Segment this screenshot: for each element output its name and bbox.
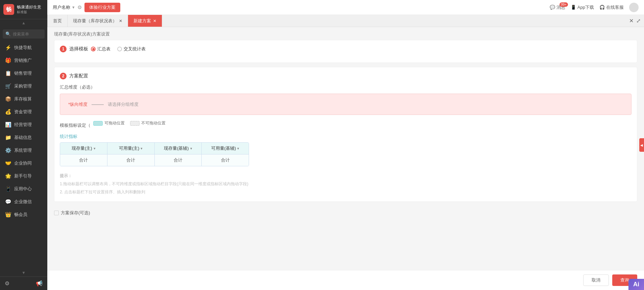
stats-col-3-dropdown-icon[interactable]: ▾: [237, 146, 239, 151]
sidebar-scroll-up[interactable]: ▲: [0, 19, 47, 27]
sidebar-item-marketing[interactable]: 🎁 营销推广: [0, 54, 47, 67]
stats-body-cell-1: 合计: [107, 154, 155, 166]
sidebar-item-purchase[interactable]: 🛒 采购管理: [0, 80, 47, 93]
tab-new-plan-close-icon[interactable]: ✕: [153, 19, 156, 23]
sidebar-item-basic[interactable]: 📁 基础信息: [0, 131, 47, 144]
bottom-save: 方案保存(可选): [47, 206, 644, 220]
online-service-group[interactable]: 🎧 在线客服: [599, 4, 624, 10]
tab-inventory-close-icon[interactable]: ✕: [119, 19, 122, 23]
indicator-legend: 可拖动位置 不可拖动位置: [93, 120, 166, 126]
topbar-user-area: 用户名称 ▾: [53, 4, 75, 10]
legend-non-draggable: 不可拖动位置: [130, 120, 166, 126]
step2-badge: 2: [60, 73, 67, 79]
tab-close-all-btn[interactable]: ✕: [629, 18, 634, 24]
stats-body-cell-0: 合计: [60, 154, 107, 166]
sidebar-item-label: 经营管理: [14, 122, 32, 128]
tab-expand-btn[interactable]: ⤢: [636, 18, 641, 24]
marketing-icon: 🎁: [5, 57, 11, 64]
search-input[interactable]: [13, 32, 42, 37]
finance-icon: 💰: [5, 109, 11, 115]
app-logo: 畅: [3, 4, 14, 15]
app-center-icon: 📱: [5, 186, 11, 192]
settings-gear-icon[interactable]: ⚙: [77, 4, 82, 10]
step1-section: 1 选择模板 汇总表 交叉统计表: [54, 40, 637, 63]
right-scroll-handle[interactable]: ◀: [639, 138, 644, 152]
tips-item-0: 1.拖动标题栏可以调整布局，不可跨维度或指标区域拖动栏目字段(只能在同一维度或指…: [60, 180, 631, 188]
dimension-area: *纵向维度 —— 请选择分组维度: [60, 94, 631, 115]
sales-icon: 📋: [5, 70, 11, 76]
stats-col-1-dropdown-icon[interactable]: ▾: [141, 146, 143, 151]
ai-badge[interactable]: Ai: [628, 279, 644, 290]
step2-header: 2 方案配置: [60, 73, 631, 79]
topbar-right: 💬 消息 99+ 📱 App下载 🎧 在线客服: [550, 3, 639, 12]
indicator-label-text: 模板指标设定（: [60, 122, 91, 128]
stats-col-2-label: 现存量(基辅): [164, 145, 189, 151]
sidebar-item-label: 采购管理: [14, 83, 32, 89]
cancel-button[interactable]: 取消: [583, 274, 609, 286]
user-dropdown-icon[interactable]: ▾: [72, 5, 75, 10]
sidebar-item-sales[interactable]: 📋 销售管理: [0, 67, 47, 80]
messages-badge: 99+: [560, 2, 568, 7]
sidebar-item-wechat[interactable]: 💬 企业微信: [0, 195, 47, 208]
sidebar-item-quick-nav[interactable]: ⚡ 快捷导航: [0, 41, 47, 54]
stats-col-2[interactable]: 现存量(基辅) ▾: [155, 143, 202, 154]
enterprise-icon: 🤝: [5, 160, 11, 166]
sidebar-item-label: 系统管理: [14, 147, 32, 153]
stats-col-0[interactable]: 现存量(主) ▾: [60, 143, 107, 154]
system-icon: ⚙️: [5, 147, 11, 153]
sidebar-item-label: 企业微信: [14, 199, 32, 205]
sidebar-item-member[interactable]: 👑 畅会员: [0, 208, 47, 221]
sidebar-item-label: 畅会员: [14, 212, 27, 218]
legend-non-draggable-box: [130, 121, 140, 126]
dimension-placeholder[interactable]: 请选择分组维度: [108, 101, 139, 107]
dimension-required-star: *纵向维度: [68, 101, 88, 107]
stats-col-0-dropdown-icon[interactable]: ▾: [94, 146, 96, 151]
content-area: 现存量(库存状况表)方案设置 1 选择模板 汇总表 交叉统计表: [47, 27, 644, 270]
message-icon: 💬: [550, 5, 555, 10]
trial-btn[interactable]: 体验行业方案: [84, 3, 120, 12]
sidebar-item-app-center[interactable]: 📱 应用中心: [0, 183, 47, 195]
user-avatar[interactable]: [629, 3, 639, 12]
app-download-group[interactable]: 📱 App下载: [571, 4, 594, 10]
save-plan-label: 方案保存(可选): [61, 210, 90, 216]
sidebar-item-enterprise[interactable]: 🤝 企业协同: [0, 157, 47, 170]
footer-bar: 取消 查询: [47, 270, 644, 290]
app-download-icon: 📱: [571, 5, 576, 10]
sidebar-scroll-down[interactable]: ▼: [0, 269, 47, 276]
dimension-label: 汇总维度（必选）: [60, 84, 631, 90]
sidebar-item-system[interactable]: ⚙️ 系统管理: [0, 144, 47, 157]
stats-section: 统计指标 现存量(主) ▾ 可用量(主) ▾: [60, 134, 631, 166]
stats-col-3[interactable]: 可用量(基辅) ▾: [202, 143, 249, 154]
sidebar-item-label: 库存核算: [14, 96, 32, 102]
stats-col-2-dropdown-icon[interactable]: ▾: [190, 146, 192, 151]
messages-group[interactable]: 💬 消息 99+: [550, 4, 565, 10]
main-area: 用户名称 ▾ ⚙ 体验行业方案 💬 消息 99+ 📱 App下载 🎧 在线客服: [47, 0, 644, 290]
radio-summary[interactable]: 汇总表: [91, 46, 110, 52]
stats-col-1[interactable]: 可用量(主) ▾: [107, 143, 155, 154]
page-title: 现存量(库存状况表)方案设置: [47, 27, 644, 40]
tab-home[interactable]: 首页: [47, 15, 68, 27]
purchase-icon: 🛒: [5, 83, 11, 89]
save-plan-checkbox[interactable]: [54, 211, 59, 215]
tab-inventory-status[interactable]: 现存量（库存状况表） ✕: [68, 15, 128, 27]
operation-icon: 📊: [5, 122, 11, 128]
sidebar-item-newbie[interactable]: 🌟 新手引导: [0, 170, 47, 183]
sidebar-item-label: 快捷导航: [14, 45, 32, 51]
stats-col-3-label: 可用量(基辅): [211, 145, 236, 151]
stats-body-cell-2: 合计: [155, 154, 202, 166]
radio-cross[interactable]: 交叉统计表: [117, 46, 146, 52]
sidebar-item-label: 新手引导: [14, 173, 32, 179]
tab-new-plan[interactable]: 新建方案 ✕: [128, 15, 162, 27]
sidebar-item-operation[interactable]: 📊 经营管理: [0, 118, 47, 131]
sidebar-nav: 🔍 ⚡ 快捷导航 🎁 营销推广 📋 销售管理 🛒 采购管理 📦 库存核算 💰 资…: [0, 27, 47, 269]
settings-icon[interactable]: ⚙: [5, 280, 9, 287]
radio-cross-dot: [117, 47, 122, 51]
sidebar-item-inventory[interactable]: 📦 库存核算: [0, 93, 47, 105]
sidebar-item-finance[interactable]: 💰 资金管理: [0, 105, 47, 118]
speaker-icon[interactable]: 📢: [36, 280, 43, 287]
sidebar-search-bar[interactable]: 🔍: [3, 29, 45, 39]
stats-table-body: 合计 合计 合计 合计: [60, 154, 249, 166]
sidebar-item-label: 企业协同: [14, 160, 32, 166]
tab-inventory-label: 现存量（库存状况表）: [73, 18, 117, 24]
stats-col-0-label: 现存量(主): [72, 145, 92, 151]
